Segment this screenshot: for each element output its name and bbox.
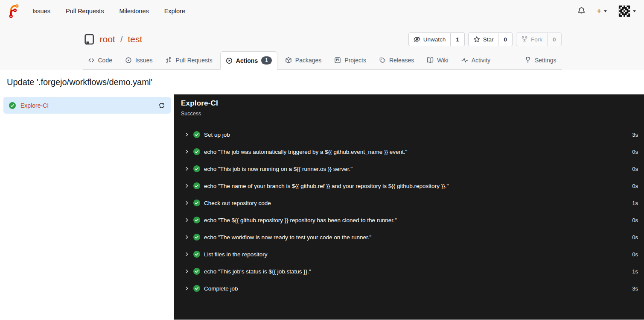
tab-activity[interactable]: Activity (456, 51, 495, 69)
repo-owner-link[interactable]: root (100, 34, 115, 44)
repo-name-link[interactable]: test (128, 34, 143, 44)
chevron-right-icon (184, 132, 189, 137)
stars-count[interactable]: 0 (498, 32, 513, 46)
step-row[interactable]: Complete job 3s (174, 280, 644, 297)
run-title: Update '.forgejo/workflows/demo.yaml' (7, 77, 152, 87)
step-row[interactable]: echo "The ${{ github.repository }} repos… (174, 211, 644, 229)
step-row[interactable]: echo "This job is now running on a ${{ r… (174, 160, 644, 177)
run-title-bar: Update '.forgejo/workflows/demo.yaml' (0, 70, 644, 94)
step-label: echo "The name of your branch is ${{ git… (204, 183, 449, 189)
nav-explore[interactable]: Explore (164, 8, 185, 15)
repo-tabs: Code Issues Pull Requests Actions 1 Pack… (83, 51, 562, 70)
step-row[interactable]: echo "The name of your branch is ${{ git… (174, 177, 644, 194)
chevron-down-icon (632, 9, 636, 13)
book-open-icon (427, 57, 434, 64)
chevron-right-icon (184, 149, 189, 154)
forgejo-logo-icon[interactable] (7, 3, 20, 19)
repo-actions: Unwatch 1 Star 0 Fork 0 (408, 32, 562, 46)
success-check-icon (193, 200, 200, 206)
success-check-icon (9, 102, 16, 109)
job-log-title: Explore-CI (181, 99, 637, 108)
step-label: List files in the repository (204, 251, 268, 258)
job-item-explore-ci[interactable]: Explore-CI (3, 97, 171, 114)
actions-run-view: Update '.forgejo/workflows/demo.yaml' Ex… (0, 70, 644, 320)
create-menu-button[interactable]: + (597, 7, 607, 15)
step-row[interactable]: echo "The job was automatically triggere… (174, 143, 644, 160)
tab-settings[interactable]: Settings (519, 51, 562, 69)
unwatch-button[interactable]: Unwatch (408, 32, 451, 46)
step-duration: 3s (632, 285, 638, 292)
tab-code[interactable]: Code (83, 51, 117, 69)
chevron-right-icon (184, 166, 189, 171)
step-duration: 0s (632, 251, 638, 258)
star-button-group: Star 0 (468, 32, 513, 46)
repo-header: root / test Unwatch 1 Star 0 (0, 22, 644, 70)
step-row[interactable]: Check out repository code 1s (174, 194, 644, 211)
rerun-job-button[interactable] (158, 102, 165, 109)
step-row[interactable]: List files in the repository 0s (174, 246, 644, 263)
step-duration: 0s (632, 183, 638, 189)
tab-releases[interactable]: Releases (374, 51, 419, 69)
user-menu-button[interactable] (618, 5, 636, 17)
notifications-button[interactable] (577, 7, 586, 15)
tab-settings-label: Settings (535, 57, 557, 64)
tab-releases-label: Releases (389, 57, 414, 64)
chevron-right-icon (184, 252, 189, 257)
fork-label: Fork (531, 36, 542, 43)
tag-icon (379, 57, 386, 64)
avatar (618, 5, 630, 17)
repo-title-row: root / test Unwatch 1 Star 0 (83, 29, 562, 50)
main-nav: Issues Pull Requests Milestones Explore (32, 8, 185, 15)
tab-pull-requests[interactable]: Pull Requests (160, 51, 217, 69)
plus-icon: + (597, 7, 601, 15)
issue-circle-icon (125, 57, 132, 64)
fork-button[interactable]: Fork (516, 32, 548, 46)
steps-list: Set up job 3s echo "The job was automati… (174, 122, 644, 297)
step-duration: 3s (632, 132, 638, 138)
star-button[interactable]: Star (468, 32, 499, 46)
fork-icon (521, 36, 528, 43)
pulse-icon (461, 57, 468, 64)
tab-activity-label: Activity (472, 57, 490, 64)
tab-projects[interactable]: Projects (329, 51, 371, 69)
step-row[interactable]: echo "The workflow is now ready to test … (174, 229, 644, 246)
bell-icon (577, 7, 586, 15)
unwatch-label: Unwatch (423, 36, 446, 43)
tab-wiki-label: Wiki (437, 57, 448, 64)
navbar-right: + (577, 5, 636, 17)
step-label: Complete job (204, 285, 238, 292)
code-icon (88, 57, 95, 64)
actions-count-badge: 1 (261, 56, 272, 65)
chevron-right-icon (184, 235, 189, 240)
tab-packages[interactable]: Packages (280, 51, 326, 69)
success-check-icon (193, 165, 200, 172)
forks-count[interactable]: 0 (548, 32, 562, 46)
step-label: echo "The job was automatically triggere… (204, 149, 407, 155)
nav-issues[interactable]: Issues (32, 8, 50, 15)
jobs-sidebar: Explore-CI (0, 94, 174, 320)
step-duration: 0s (632, 234, 638, 241)
identicon-avatar (619, 6, 630, 17)
project-board-icon (334, 57, 341, 64)
step-duration: 0s (632, 166, 638, 172)
tab-issues-label: Issues (135, 57, 152, 64)
tab-actions[interactable]: Actions 1 (220, 51, 277, 70)
nav-pull-requests[interactable]: Pull Requests (66, 8, 104, 15)
chevron-right-icon (184, 217, 189, 223)
tab-wiki[interactable]: Wiki (422, 51, 453, 69)
step-label: Set up job (204, 132, 230, 138)
tab-issues[interactable]: Issues (120, 51, 157, 69)
job-status-text: Success (181, 111, 637, 117)
step-duration: 0s (632, 217, 638, 223)
success-check-icon (193, 268, 200, 275)
success-check-icon (193, 182, 200, 189)
chevron-right-icon (184, 286, 189, 291)
chevron-right-icon (184, 183, 189, 188)
nav-milestones[interactable]: Milestones (119, 8, 149, 15)
step-row[interactable]: Set up job 3s (174, 126, 644, 143)
tab-projects-label: Projects (344, 57, 366, 64)
pull-request-icon (165, 57, 172, 64)
step-label: echo "The workflow is now ready to test … (204, 234, 371, 241)
watchers-count[interactable]: 1 (451, 32, 465, 46)
step-row[interactable]: echo "This job's status is ${{ job.statu… (174, 263, 644, 280)
